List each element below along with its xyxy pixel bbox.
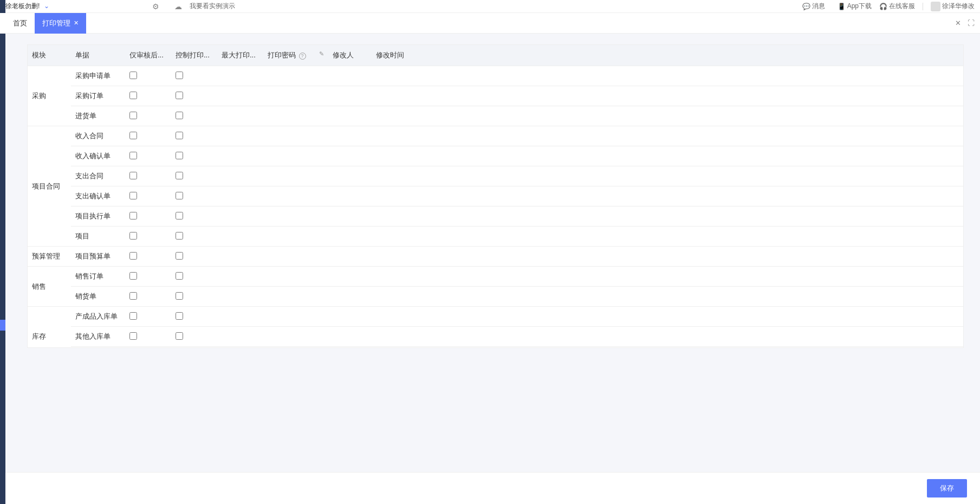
pwd-cell[interactable] (263, 66, 328, 86)
table-row: 库存 产成品入库单 (28, 307, 963, 327)
sidebar-strip (0, 0, 5, 391)
audit-checkbox[interactable] (129, 232, 137, 240)
demo-link[interactable]: 我要看实例演示 (190, 2, 235, 11)
doc-cell: 销售订单 (71, 267, 125, 287)
col-print-pwd-label: 打印密码 (268, 51, 296, 59)
table-row: 材料出库单 (28, 347, 963, 348)
audit-checkbox[interactable] (129, 192, 137, 199)
table-row: 其他入库单 (28, 327, 963, 347)
tab-print-mgmt-label: 打印管理 (42, 18, 70, 28)
table-row: 收入确认单 (28, 146, 963, 166)
doc-cell: 进货单 (71, 106, 125, 126)
control-checkbox[interactable] (176, 92, 183, 99)
control-checkbox[interactable] (176, 192, 183, 199)
col-doc: 单据 (71, 45, 125, 66)
max-cell[interactable] (217, 66, 263, 86)
audit-checkbox[interactable] (129, 72, 137, 79)
audit-checkbox[interactable] (129, 272, 137, 280)
tab-home[interactable]: 首页 (5, 13, 35, 34)
audit-checkbox[interactable] (129, 312, 137, 320)
audit-checkbox[interactable] (129, 212, 137, 219)
control-checkbox[interactable] (176, 152, 183, 159)
control-checkbox[interactable] (176, 212, 183, 219)
online-service-link[interactable]: 🎧 在线客服 (879, 2, 915, 11)
table-header-row: 模块 单据 仅审核后... 控制打印... 最大打印... 打印密码 ? ✎ 修… (28, 45, 963, 66)
time-cell (372, 66, 963, 86)
doc-cell: 项目预算单 (71, 247, 125, 267)
user-menu[interactable]: 徐泽华修改 (931, 2, 975, 11)
module-cell: 采购 (28, 66, 71, 126)
table-row: 项目 (28, 227, 963, 247)
doc-cell: 收入合同 (71, 126, 125, 146)
doc-cell: 项目执行单 (71, 206, 125, 227)
org-dropdown-label: 徐老板勿删! (5, 2, 40, 10)
tabbar-right: ✕ ⛶ (955, 19, 975, 27)
chevron-down-icon: ⌄ (44, 2, 49, 10)
control-checkbox[interactable] (176, 312, 183, 320)
avatar (931, 2, 940, 11)
messages-label: 消息 (812, 2, 825, 11)
control-checkbox[interactable] (176, 332, 183, 340)
org-dropdown[interactable]: 徐老板勿删! ⌄ (5, 2, 147, 11)
divider (923, 3, 923, 10)
col-control-print: 控制打印... (171, 45, 217, 66)
control-checkbox[interactable] (176, 112, 183, 119)
topbar: 徐老板勿删! ⌄ ⚙ ☁ 我要看实例演示 💬 消息 📱 App下载 🎧 在线客服… (0, 0, 980, 13)
audit-checkbox[interactable] (129, 292, 137, 300)
app-download-label: App下载 (847, 2, 872, 11)
doc-cell: 采购订单 (71, 86, 125, 106)
doc-cell: 收入确认单 (71, 146, 125, 166)
sidebar-active-marker (0, 320, 5, 331)
table-row: 销售 销售订单 (28, 267, 963, 287)
topbar-left: 徐老板勿删! ⌄ ⚙ ☁ 我要看实例演示 (5, 2, 235, 11)
tab-home-label: 首页 (13, 18, 27, 28)
doc-cell: 其他入库单 (71, 327, 125, 347)
module-cell: 销售 (28, 267, 71, 307)
table-row: 项目执行单 (28, 206, 963, 227)
gear-icon[interactable]: ⚙ (152, 2, 159, 11)
phone-icon: 📱 (838, 3, 846, 10)
table-row: 进货单 (28, 106, 963, 126)
messages-link[interactable]: 💬 消息 (802, 2, 830, 11)
doc-cell: 销货单 (71, 287, 125, 307)
module-cell: 库存 (28, 307, 71, 348)
content: 模块 单据 仅审核后... 控制打印... 最大打印... 打印密码 ? ✎ 修… (0, 34, 980, 391)
col-max-print: 最大打印... (217, 45, 263, 66)
audit-checkbox[interactable] (129, 132, 137, 139)
help-icon[interactable]: ? (299, 53, 306, 60)
control-checkbox[interactable] (176, 132, 183, 139)
control-checkbox[interactable] (176, 72, 183, 79)
audit-checkbox[interactable] (129, 92, 137, 99)
tabbar: 首页 打印管理 ✕ ✕ ⛶ (0, 13, 980, 34)
tab-print-mgmt[interactable]: 打印管理 ✕ (35, 13, 86, 34)
audit-checkbox[interactable] (129, 252, 137, 260)
col-audit-only: 仅审核后... (125, 45, 171, 66)
table-row: 采购订单 (28, 86, 963, 106)
audit-checkbox[interactable] (129, 332, 137, 340)
control-checkbox[interactable] (176, 272, 183, 280)
audit-checkbox[interactable] (129, 152, 137, 159)
fullscreen-icon[interactable]: ⛶ (968, 19, 975, 27)
control-checkbox[interactable] (176, 232, 183, 240)
audit-checkbox[interactable] (129, 112, 137, 119)
chat-icon: 💬 (802, 3, 810, 10)
doc-cell: 项目 (71, 227, 125, 247)
doc-cell: 支出确认单 (71, 186, 125, 206)
audit-checkbox[interactable] (129, 172, 137, 179)
online-service-label: 在线客服 (889, 2, 915, 11)
edit-icon[interactable]: ✎ (319, 50, 324, 57)
close-icon[interactable]: ✕ (74, 20, 79, 27)
doc-cell: 支出合同 (71, 166, 125, 186)
col-modifier: 修改人 (328, 45, 372, 66)
control-checkbox[interactable] (176, 292, 183, 300)
username-label: 徐泽华修改 (942, 2, 975, 11)
app-download-link[interactable]: 📱 App下载 (838, 2, 872, 11)
control-checkbox[interactable] (176, 172, 183, 179)
headset-icon: 🎧 (879, 3, 887, 10)
module-cell: 预算管理 (28, 247, 71, 267)
close-all-icon[interactable]: ✕ (955, 19, 961, 27)
table-row: 采购 采购申请单 (28, 66, 963, 86)
col-modify-time: 修改时间 (372, 45, 963, 66)
table-row: 支出确认单 (28, 186, 963, 206)
control-checkbox[interactable] (176, 252, 183, 260)
